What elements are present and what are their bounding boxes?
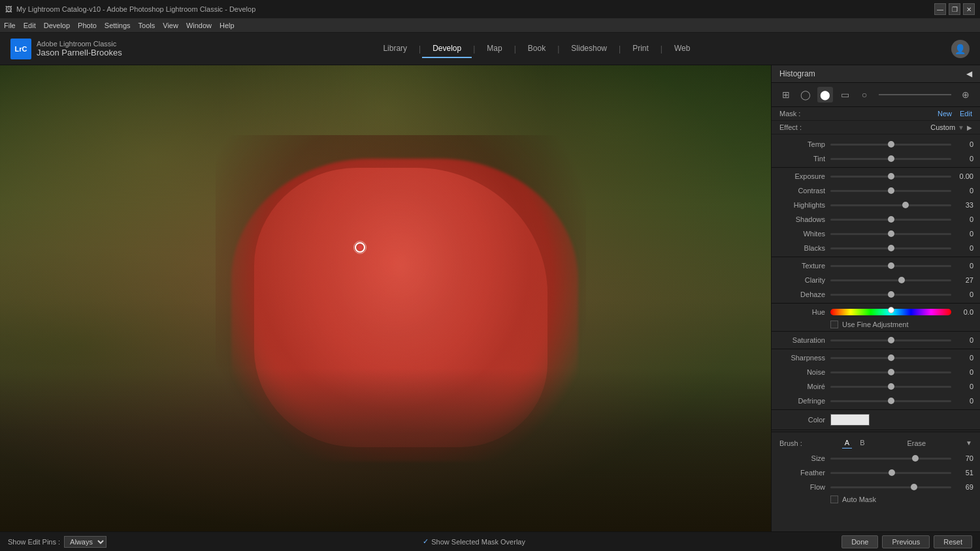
- done-button[interactable]: Done: [841, 535, 878, 548]
- slider-highlights-track[interactable]: [830, 204, 951, 206]
- slider-dehaze-value: 0: [951, 291, 973, 298]
- slider-noise-thumb[interactable]: [888, 369, 894, 375]
- slider-tint-track[interactable]: [830, 158, 951, 160]
- tool-grid-icon[interactable]: ⊞: [778, 87, 794, 102]
- slider-exposure-track[interactable]: [830, 176, 951, 178]
- slider-whites-track[interactable]: [830, 233, 951, 235]
- menu-window[interactable]: Window: [186, 22, 212, 29]
- slider-defringe-thumb[interactable]: [888, 398, 894, 404]
- slider-clarity-thumb[interactable]: [898, 277, 905, 283]
- slider-exposure-thumb[interactable]: [888, 173, 894, 180]
- tab-develop[interactable]: Develop: [422, 40, 472, 58]
- slider-saturation-thumb[interactable]: [888, 337, 894, 343]
- tool-circle1-icon[interactable]: ◯: [798, 87, 813, 102]
- tab-print[interactable]: Print: [622, 40, 659, 58]
- slider-feather-thumb[interactable]: [889, 469, 895, 476]
- brush-tab-a[interactable]: A: [842, 437, 852, 449]
- slider-texture-track[interactable]: [830, 265, 951, 267]
- slider-tint-value: 0: [951, 155, 973, 163]
- slider-temp-track[interactable]: [830, 144, 951, 146]
- tab-slideshow[interactable]: Slideshow: [561, 40, 617, 58]
- slider-shadows-thumb[interactable]: [888, 216, 894, 223]
- menu-photo[interactable]: Photo: [78, 22, 97, 29]
- pins-dropdown[interactable]: Always: [64, 536, 106, 548]
- menu-tools[interactable]: Tools: [139, 22, 155, 29]
- logo-user-name: Jason Parnell-Brookes: [37, 48, 122, 57]
- slider-noise-track[interactable]: [830, 371, 951, 373]
- slider-size-track[interactable]: [830, 458, 951, 460]
- show-mask-overlay-toggle[interactable]: ✓ Show Selected Mask Overlay: [423, 537, 525, 546]
- brush-erase-tab[interactable]: Erase: [907, 439, 926, 447]
- slider-highlights-thumb[interactable]: [902, 202, 909, 208]
- brush-dropdown-arrow[interactable]: ▼: [966, 439, 972, 447]
- slider-tint-thumb[interactable]: [888, 155, 894, 162]
- title-text: My Lightroom Catalog-v10 - Adobe Photosh…: [16, 5, 255, 13]
- tool-rect-icon[interactable]: ▭: [837, 87, 853, 102]
- slider-contrast-thumb[interactable]: [888, 187, 894, 194]
- slider-hue-track[interactable]: [830, 309, 951, 315]
- menu-view[interactable]: View: [163, 22, 178, 29]
- close-button[interactable]: ✕: [963, 3, 975, 15]
- slider-temp-thumb[interactable]: [888, 141, 894, 148]
- slider-defringe-label: Defringe: [778, 397, 830, 405]
- fine-adjust-checkbox[interactable]: [830, 321, 838, 328]
- slider-clarity-label: Clarity: [778, 276, 830, 284]
- auto-mask-checkbox[interactable]: [830, 496, 838, 503]
- slider-shadows-track[interactable]: [830, 219, 951, 221]
- menu-help[interactable]: Help: [220, 22, 235, 29]
- header-right: 👤: [951, 40, 970, 58]
- slider-moire-thumb[interactable]: [888, 383, 894, 390]
- slider-clarity-track[interactable]: [830, 279, 951, 281]
- maximize-button[interactable]: ❐: [949, 3, 960, 15]
- slider-texture-thumb[interactable]: [888, 262, 894, 269]
- previous-button[interactable]: Previous: [882, 535, 930, 548]
- slider-feather-track[interactable]: [830, 472, 951, 474]
- slider-whites-thumb[interactable]: [888, 230, 894, 237]
- slider-flow-track[interactable]: [830, 486, 951, 488]
- mask-edit-button[interactable]: Edit: [960, 110, 972, 118]
- slider-blacks-thumb[interactable]: [888, 245, 894, 251]
- tool-target-icon[interactable]: ⊕: [958, 87, 973, 102]
- slider-flow-thumb[interactable]: [911, 484, 917, 490]
- slider-dehaze-thumb[interactable]: [888, 291, 894, 298]
- effect-panel-arrow[interactable]: ▶: [967, 124, 972, 131]
- effect-value[interactable]: Custom ▼ ▶: [930, 123, 972, 131]
- slider-size: Size 70: [772, 451, 980, 465]
- histogram-collapse-icon[interactable]: ◀: [966, 69, 972, 78]
- effect-dropdown-arrow[interactable]: ▼: [958, 124, 964, 131]
- mask-new-button[interactable]: New: [938, 110, 952, 118]
- tab-library[interactable]: Library: [372, 40, 417, 58]
- photo-area[interactable]: [0, 65, 771, 531]
- slider-sharpness-thumb[interactable]: [888, 354, 894, 361]
- slider-contrast-value: 0: [951, 187, 973, 195]
- menu-edit[interactable]: Edit: [24, 22, 36, 29]
- reset-button[interactable]: Reset: [934, 535, 972, 548]
- slider-hue-thumb[interactable]: [888, 307, 894, 313]
- slider-moire-value: 0: [951, 383, 973, 390]
- slider-sharpness-track[interactable]: [830, 357, 951, 359]
- slider-contrast-track[interactable]: [830, 190, 951, 192]
- menu-settings[interactable]: Settings: [105, 22, 131, 29]
- slider-defringe: Defringe 0: [772, 394, 980, 408]
- tab-web[interactable]: Web: [664, 40, 700, 58]
- menu-develop[interactable]: Develop: [44, 22, 70, 29]
- user-avatar[interactable]: 👤: [951, 40, 970, 58]
- slider-texture-label: Texture: [778, 262, 830, 270]
- tool-circle3-icon[interactable]: ○: [857, 87, 872, 102]
- slider-exposure: Exposure 0.00: [772, 169, 980, 183]
- tab-book[interactable]: Book: [517, 40, 556, 58]
- minimize-button[interactable]: —: [934, 3, 946, 15]
- title-bar-controls[interactable]: — ❐ ✕: [934, 3, 975, 15]
- tab-map[interactable]: Map: [476, 40, 512, 58]
- menu-file[interactable]: File: [4, 22, 16, 29]
- slider-dehaze-track[interactable]: [830, 294, 951, 296]
- slider-saturation-track[interactable]: [830, 339, 951, 341]
- slider-blacks-track[interactable]: [830, 247, 951, 249]
- tool-circle2-icon[interactable]: ⬤: [817, 87, 833, 102]
- slider-blacks: Blacks 0: [772, 241, 980, 255]
- slider-size-thumb[interactable]: [912, 455, 919, 462]
- color-swatch[interactable]: [830, 414, 870, 426]
- brush-tab-b[interactable]: B: [857, 437, 867, 449]
- slider-defringe-track[interactable]: [830, 400, 951, 402]
- slider-moire-track[interactable]: [830, 386, 951, 388]
